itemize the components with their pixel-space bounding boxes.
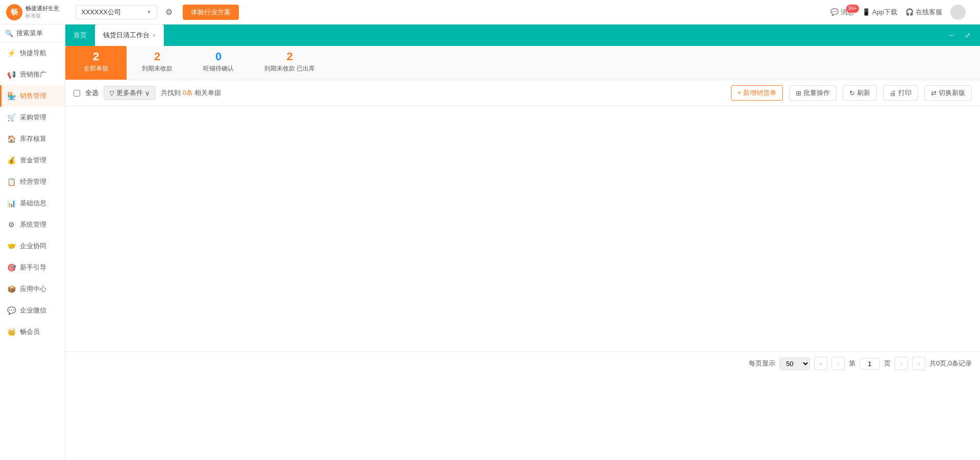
sidebar-item-quick-nav[interactable]: ⚡快捷导航 <box>0 42 65 64</box>
guide-icon: 🎯 <box>7 263 16 272</box>
system-icon: ⚙ <box>7 221 16 229</box>
tab-worktable[interactable]: 钱货日清工作台 × <box>95 25 164 46</box>
inventory-icon: 🏠 <box>7 135 16 143</box>
sidebar-label-apps: 应用中心 <box>20 284 46 294</box>
tab-home-label: 首页 <box>74 31 87 40</box>
sidebar-item-apps[interactable]: 📦应用中心 <box>0 278 65 300</box>
tab-maximize-icon[interactable]: ⤢ <box>962 29 974 41</box>
switch-version-btn[interactable]: ⇄ 切换新版 <box>924 85 972 101</box>
tab-controls: − ⤢ <box>945 29 980 41</box>
search-icon: 🔍 <box>5 30 13 37</box>
logo-title: 畅捷通好生意 <box>26 5 59 12</box>
tab-close-icon[interactable]: × <box>153 32 156 38</box>
stat-tab-3[interactable]: 2到期未收款 已出库 <box>249 46 330 80</box>
toolbar-right: + 新增销货单 ⊞ 批量操作 ↻ 刷新 🖨 打印 ⇄ 切换新版 <box>731 85 972 101</box>
stat-num-3: 2 <box>287 51 293 62</box>
avatar[interactable] <box>950 5 966 20</box>
sidebar-item-system[interactable]: ⚙系统管理 <box>0 214 65 235</box>
batch-label: 批量操作 <box>803 88 830 98</box>
sidebar-label-inventory: 库存核算 <box>20 134 46 143</box>
table-area <box>65 106 980 351</box>
stat-label-1: 到期未收款 <box>142 64 173 73</box>
tab-worktable-label: 钱货日清工作台 <box>103 31 150 40</box>
switch-icon: ⇄ <box>931 89 937 97</box>
switch-label: 切换新版 <box>939 88 965 98</box>
sidebar-item-guide[interactable]: 🎯新手引导 <box>0 257 65 278</box>
stat-tab-1[interactable]: 2到期未收款 <box>127 46 188 80</box>
stat-label-3: 到期未收款 已出库 <box>264 64 315 73</box>
sidebar-label-operation: 经营管理 <box>20 177 46 186</box>
sidebar-label-system: 系统管理 <box>20 220 46 229</box>
stat-tab-2[interactable]: 0旺铺待确认 <box>188 46 249 80</box>
sidebar-item-wechat[interactable]: 💬企业微信 <box>0 300 65 321</box>
refresh-btn[interactable]: ↻ 刷新 <box>843 85 877 101</box>
stats-bar: 2全部单据2到期未收款0旺铺待确认2到期未收款 已出库 <box>65 46 980 80</box>
found-text: 共找到 0条 相关单据 <box>161 88 221 98</box>
stat-num-2: 0 <box>215 51 222 62</box>
online-service-label: 在线客服 <box>916 8 942 17</box>
sidebar-label-purchase: 采购管理 <box>20 113 46 122</box>
quick-nav-icon: ⚡ <box>7 49 16 57</box>
company-selector[interactable]: XXXXXX公司 ▼ <box>76 5 157 19</box>
settings-icon[interactable]: ⚙ <box>161 5 177 20</box>
online-service-btn[interactable]: 🎧 在线客服 <box>905 8 942 17</box>
page-input[interactable] <box>860 358 880 370</box>
batch-btn[interactable]: ⊞ 批量操作 <box>789 85 837 101</box>
company-name: XXXXXX公司 <box>81 8 121 17</box>
logo-icon: 畅 <box>6 4 22 20</box>
sidebar-item-member[interactable]: 👑畅会员 <box>0 321 65 343</box>
sidebar-item-finance[interactable]: 💰资金管理 <box>0 150 65 171</box>
app-download-btn[interactable]: 📱 App下载 <box>862 8 897 17</box>
search-label: 搜索菜单 <box>16 29 43 38</box>
stat-num-1: 2 <box>154 51 160 62</box>
last-page-btn[interactable]: » <box>912 357 925 370</box>
dropdown-arrow-icon: ▼ <box>146 9 152 15</box>
sidebar-item-sales[interactable]: 🏪销售管理 <box>0 85 65 107</box>
print-icon: 🖨 <box>890 89 896 97</box>
first-page-btn[interactable]: « <box>814 357 827 370</box>
filter-btn[interactable]: ▽ 更多条件 ∨ <box>104 86 156 100</box>
tab-minimize-icon[interactable]: − <box>945 29 958 41</box>
select-all-checkbox[interactable] <box>74 90 80 96</box>
per-page-select[interactable]: 50 100 200 <box>779 357 810 370</box>
sidebar-item-inventory[interactable]: 🏠库存核算 <box>0 128 65 150</box>
found-suffix: 相关单据 <box>194 89 221 96</box>
total-info: 共0页,0条记录 <box>929 359 972 368</box>
sidebar-label-guide: 新手引导 <box>20 263 46 272</box>
sidebar-item-purchase[interactable]: 🛒采购管理 <box>0 107 65 128</box>
sidebar-label-basic: 基础信息 <box>20 199 46 208</box>
main-content: 首页 钱货日清工作台 × − ⤢ 2全部单据2到期未收款0旺铺待确认2到期未收款… <box>65 25 980 460</box>
experience-btn[interactable]: 体验行业方案 <box>183 5 239 20</box>
logo-sub: 标准版 <box>26 12 59 19</box>
logo-area: 畅 畅捷通好生意 标准版 <box>6 4 71 20</box>
download-icon: 📱 <box>862 8 870 16</box>
print-btn[interactable]: 🖨 打印 <box>883 85 918 101</box>
search-menu[interactable]: 🔍 搜索菜单 <box>0 25 65 42</box>
operation-icon: 📋 <box>7 178 16 186</box>
message-btn[interactable]: 💬 消息 99+ <box>830 8 854 17</box>
apps-icon: 📦 <box>7 285 16 293</box>
message-icon: 💬 <box>830 8 839 16</box>
sidebar-label-marketing: 营销推广 <box>20 70 46 79</box>
page-text-suffix: 页 <box>884 359 891 368</box>
sidebar-item-operation[interactable]: 📋经营管理 <box>0 171 65 192</box>
sales-icon: 🏪 <box>7 92 16 100</box>
per-page-label: 每页显示 <box>749 359 775 368</box>
page-text-prefix: 第 <box>849 359 855 368</box>
app-download-label: App下载 <box>872 8 897 17</box>
top-header: 畅 畅捷通好生意 标准版 XXXXXX公司 ▼ ⚙ 体验行业方案 💬 消息 99… <box>0 0 980 25</box>
prev-page-btn[interactable]: ‹ <box>831 357 845 370</box>
add-sale-btn[interactable]: + 新增销货单 <box>731 85 783 101</box>
next-page-btn[interactable]: › <box>895 357 908 370</box>
sidebar-label-wechat: 企业微信 <box>20 306 46 315</box>
stat-num-0: 2 <box>93 51 99 62</box>
refresh-icon: ↻ <box>849 89 855 97</box>
sidebar-item-cooperation[interactable]: 🤝企业协同 <box>0 235 65 257</box>
stat-tab-0[interactable]: 2全部单据 <box>65 46 127 80</box>
sidebar-item-marketing[interactable]: 📢营销推广 <box>0 64 65 85</box>
finance-icon: 💰 <box>7 156 16 164</box>
sidebar-label-quick-nav: 快捷导航 <box>20 49 46 58</box>
filter-icon: ▽ <box>109 89 114 97</box>
sidebar-item-basic[interactable]: 📊基础信息 <box>0 192 65 214</box>
tab-home[interactable]: 首页 <box>65 25 95 46</box>
